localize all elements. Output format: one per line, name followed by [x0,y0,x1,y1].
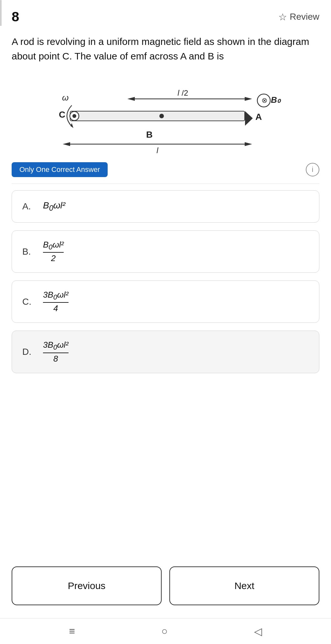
option-c[interactable]: C. 3B0ωl² 4 [12,280,319,323]
svg-marker-21 [70,123,73,128]
option-d-bar [0,0,2,26]
back-icon[interactable]: ◁ [254,625,262,638]
option-c-fraction: 3B0ωl² 4 [43,290,69,313]
svg-text:B₀: B₀ [271,95,281,105]
svg-marker-11 [245,97,252,101]
option-d-fraction: 3B0ωl² 8 [43,340,69,364]
diagram-area: ω C A B [12,70,319,154]
next-button[interactable]: Next [169,566,319,605]
bottom-nav-bar: ≡ ○ ◁ [0,618,331,644]
previous-button[interactable]: Previous [12,566,162,605]
option-a-content: B0ωl² [43,200,65,213]
navigation-buttons: Previous Next [0,560,331,618]
svg-marker-6 [245,111,253,126]
option-b-fraction: B0ωl² 2 [43,240,64,263]
svg-text:A: A [255,112,262,122]
options-container: A. B0ωl² B. B0ωl² 2 C. 3B0ωl² 4 [0,184,331,560]
svg-text:⊗: ⊗ [262,96,267,104]
option-b-content: B0ωl² 2 [43,240,64,263]
option-d[interactable]: D. 3B0ωl² 8 [12,331,319,373]
header: 8 ☆ Review [0,0,331,31]
option-a-label: A. [22,201,35,212]
svg-rect-2 [70,111,245,121]
option-c-content: 3B0ωl² 4 [43,290,69,313]
svg-text:C: C [59,110,65,120]
svg-marker-10 [127,97,135,101]
option-d-content: 3B0ωl² 8 [43,340,69,364]
svg-text:/2: /2 [182,89,188,97]
menu-icon[interactable]: ≡ [69,625,75,637]
svg-point-4 [72,114,76,118]
svg-marker-19 [245,142,252,146]
answer-type-row: Only One Correct Answer i [0,157,331,177]
svg-marker-18 [63,142,70,146]
review-label: Review [290,12,319,22]
svg-text:B: B [146,130,153,140]
star-icon: ☆ [278,11,287,23]
svg-point-5 [159,114,164,118]
option-c-label: C. [22,297,35,307]
option-b-label: B. [22,247,35,257]
answer-type-badge: Only One Correct Answer [12,162,108,177]
review-button[interactable]: ☆ Review [278,11,319,23]
question-text: A rod is revolving in a uniform magnetic… [0,31,331,63]
info-icon[interactable]: i [306,163,319,176]
svg-text:l: l [177,89,179,97]
option-a[interactable]: A. B0ωl² [12,190,319,223]
option-b[interactable]: B. B0ωl² 2 [12,230,319,273]
option-d-label: D. [22,347,35,357]
diagram-svg: ω C A B [12,70,319,154]
question-number: 8 [12,9,19,25]
svg-text:ω: ω [62,93,69,102]
svg-text:l: l [156,146,158,154]
home-icon[interactable]: ○ [161,625,167,637]
